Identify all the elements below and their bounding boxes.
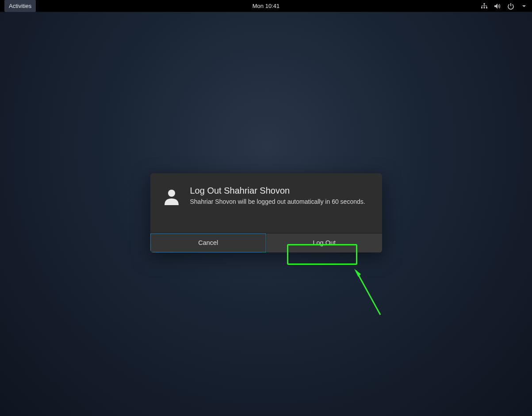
svg-line-5 (356, 271, 380, 315)
desktop: Log Out Shahriar Shovon Shahriar Shovon … (0, 12, 532, 416)
topbar: Activities Mon 10:41 (0, 0, 532, 12)
user-icon (163, 187, 180, 205)
cancel-button[interactable]: Cancel (150, 233, 267, 252)
dialog-buttons: Cancel Log Out (150, 233, 382, 252)
network-icon (481, 3, 488, 10)
svg-point-4 (168, 190, 175, 197)
power-icon (507, 3, 514, 10)
svg-rect-0 (484, 3, 485, 4)
annotation-arrow (354, 268, 389, 323)
dialog-title: Log Out Shahriar Shovon (190, 186, 370, 196)
chevron-down-icon (521, 3, 528, 10)
dialog-body: Log Out Shahriar Shovon Shahriar Shovon … (150, 173, 382, 233)
svg-rect-2 (484, 7, 485, 8)
dialog-message: Shahriar Shovon will be logged out autom… (190, 198, 370, 206)
topbar-clock[interactable]: Mon 10:41 (253, 3, 279, 9)
activities-button[interactable]: Activities (4, 0, 36, 12)
system-menu[interactable] (481, 3, 528, 10)
logout-dialog: Log Out Shahriar Shovon Shahriar Shovon … (150, 173, 382, 252)
logout-button[interactable]: Log Out (266, 233, 382, 252)
svg-rect-1 (481, 7, 482, 8)
svg-marker-6 (354, 269, 361, 277)
svg-rect-3 (486, 7, 487, 8)
volume-icon (494, 3, 501, 10)
dialog-content: Log Out Shahriar Shovon Shahriar Shovon … (190, 186, 370, 206)
topbar-left: Activities (4, 0, 36, 12)
